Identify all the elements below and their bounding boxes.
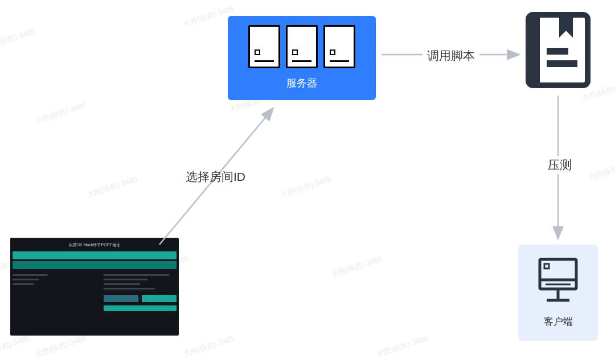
mock-button bbox=[142, 295, 177, 302]
mock-button bbox=[104, 295, 138, 302]
computer-icon bbox=[536, 257, 580, 306]
svg-rect-1 bbox=[528, 15, 540, 85]
svg-rect-2 bbox=[547, 48, 568, 55]
diagram-canvas: 大胜(徐胜) 3485 大胜(徐胜) 3485 大胜(徐胜) 3485 大胜(徐… bbox=[0, 0, 615, 364]
script-node bbox=[524, 10, 592, 90]
mock-tab bbox=[13, 251, 177, 259]
watermark: 大胜(徐胜) 3485 bbox=[375, 333, 429, 359]
label-call-script: 调用脚本 bbox=[423, 47, 479, 65]
watermark: 大胜(徐胜) 3485 bbox=[0, 333, 31, 359]
watermark: 大胜(徐胜) 3485 bbox=[34, 333, 87, 359]
svg-rect-3 bbox=[547, 60, 577, 67]
server-icon bbox=[248, 25, 280, 68]
client-node: 客户端 bbox=[518, 245, 598, 341]
server-node: 服务器 bbox=[228, 16, 376, 100]
server-icon bbox=[286, 25, 318, 68]
client-label: 客户端 bbox=[544, 315, 573, 328]
mock-bottom-bar bbox=[104, 305, 177, 311]
mock-tab bbox=[13, 261, 177, 269]
book-icon bbox=[524, 10, 592, 90]
watermark: 大胜(徐胜) 3485 bbox=[586, 157, 615, 183]
server-icons bbox=[248, 25, 355, 68]
label-select-room: 选择房间ID bbox=[182, 168, 249, 186]
watermark: 大胜(徐胜) 3485 bbox=[85, 174, 138, 200]
label-stress-test: 压测 bbox=[544, 156, 575, 174]
watermark: 大胜(徐胜) 3485 bbox=[182, 333, 235, 359]
watermark: 大胜(徐胜) 3485 bbox=[34, 100, 87, 126]
config-screenshot: 设置SK Mock环节POST地址 bbox=[10, 238, 179, 336]
config-title: 设置SK Mock环节POST地址 bbox=[13, 240, 177, 251]
svg-rect-9 bbox=[544, 264, 549, 268]
server-label: 服务器 bbox=[286, 76, 317, 90]
watermark: 大胜(徐胜) 3485 bbox=[330, 254, 383, 280]
server-icon bbox=[323, 25, 355, 68]
watermark: 大胜(徐胜) 3485 bbox=[278, 174, 332, 200]
watermark: 大胜(徐胜) 3485 bbox=[0, 26, 36, 52]
